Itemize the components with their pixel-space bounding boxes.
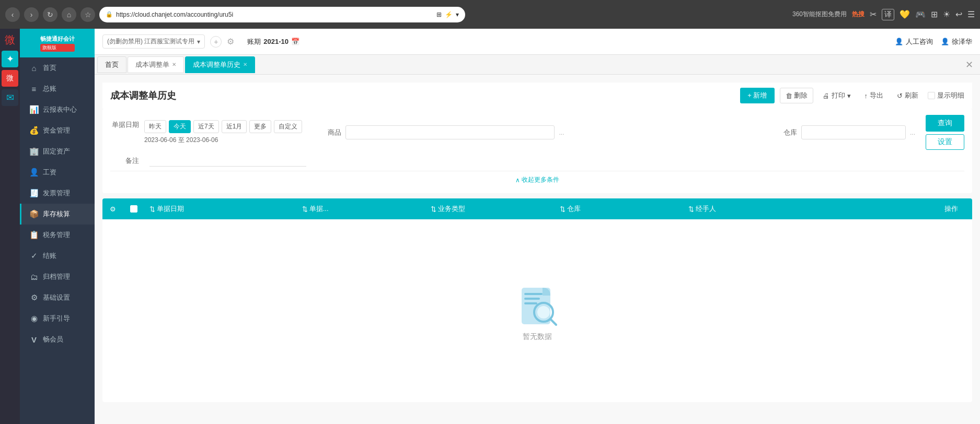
tab-home[interactable]: 首页 xyxy=(97,56,126,73)
dropdown-icon: ▾ xyxy=(456,11,459,18)
th-warehouse[interactable]: ⇅ 仓库 xyxy=(555,204,683,214)
remark-input[interactable] xyxy=(149,155,306,167)
period-value: 2021-10 xyxy=(263,38,289,45)
settle-icon: ✓ xyxy=(29,251,39,261)
add-tab-button[interactable]: + xyxy=(210,36,222,48)
home-icon: ⌂ xyxy=(29,64,39,73)
sidebar-item-payroll[interactable]: 👤 工资 xyxy=(20,162,95,183)
th-settings[interactable]: ⚙ xyxy=(102,205,123,213)
sidebar-item-vip[interactable]: V 畅会员 xyxy=(20,329,95,350)
print-icon: 🖨 xyxy=(823,92,829,100)
more-date-btn[interactable]: 更多 xyxy=(249,120,271,133)
user-profile[interactable]: 👤 徐泽华 xyxy=(941,37,972,46)
sidebar-item-tax[interactable]: 📋 税务管理 xyxy=(20,225,95,245)
query-button[interactable]: 查询 xyxy=(926,115,964,132)
icon-sidebar-weibo[interactable]: 微 xyxy=(2,31,18,48)
back-button[interactable]: ‹ xyxy=(5,7,20,22)
search-label: 360智能抠图免费用 xyxy=(792,10,847,19)
setting-button[interactable]: 设置 xyxy=(926,134,964,150)
sidebar-item-inventory[interactable]: 📦 库存核算 xyxy=(20,204,95,225)
yesterday-btn[interactable]: 昨天 xyxy=(144,120,166,133)
app-main: (勿删勿禁用) 江西服宝测试专用 ▾ + ⚙ 账期 2021-10 📅 👤 人工… xyxy=(95,29,980,424)
collapse-filter-button[interactable]: ∧ 收起更多条件 xyxy=(515,175,559,184)
sidebar-item-invoice[interactable]: 🧾 发票管理 xyxy=(20,183,95,204)
sun-icon[interactable]: ☀ xyxy=(943,9,950,19)
sidebar-item-settings[interactable]: ⚙ 基础设置 xyxy=(20,287,95,308)
home-button[interactable]: ⌂ xyxy=(62,7,76,22)
product-filter-group: 商品 ... xyxy=(313,125,758,139)
warehouse-label: 仓库 xyxy=(768,128,797,137)
translate-icon[interactable]: 译 xyxy=(882,9,894,20)
th-type[interactable]: ⇅ 业务类型 xyxy=(425,204,554,214)
forward-button[interactable]: › xyxy=(24,7,39,22)
th-checkbox[interactable] xyxy=(123,205,144,213)
th-num-sort-icon: ⇅ xyxy=(302,205,308,213)
close-all-tabs-button[interactable]: ✕ xyxy=(961,59,977,70)
new-button[interactable]: + 新增 xyxy=(740,88,774,103)
sidebar-label-home: 首页 xyxy=(43,63,56,73)
th-number[interactable]: ⇅ 单据... xyxy=(297,204,425,214)
sidebar-logo: 畅捷通好会计 旗舰版 xyxy=(20,29,95,57)
month1-btn[interactable]: 近1月 xyxy=(222,120,247,133)
sidebar-label-payroll: 工资 xyxy=(43,168,56,177)
sidebar-label-archive: 归档管理 xyxy=(43,272,70,281)
company-selector[interactable]: (勿删勿禁用) 江西服宝测试专用 ▾ xyxy=(102,34,205,49)
tab-cost-history-close[interactable]: ✕ xyxy=(243,62,247,67)
tab-cost-history[interactable]: 成本调整单历史 ✕ xyxy=(185,56,255,73)
calendar-icon[interactable]: 📅 xyxy=(291,38,299,45)
wallet-icon[interactable]: 💛 xyxy=(900,9,910,19)
page-actions: + 新增 🗑 删除 🖨 打印 ▾ ↑ 导出 ↺ xyxy=(740,88,964,103)
guide-icon: ◉ xyxy=(29,314,39,323)
tab-cost-adjust[interactable]: 成本调整单 ✕ xyxy=(128,56,184,73)
table-body: 暂无数据 xyxy=(102,219,972,402)
consult-btn[interactable]: 👤 人工咨询 xyxy=(895,37,933,46)
delete-button[interactable]: 🗑 删除 xyxy=(780,88,813,103)
today-btn[interactable]: 今天 xyxy=(169,120,191,133)
warehouse-more-btn[interactable]: ... xyxy=(910,129,915,136)
tax-icon: 📋 xyxy=(29,230,39,240)
sidebar-label-guide: 新手引导 xyxy=(43,314,70,323)
product-input[interactable] xyxy=(345,125,555,139)
sidebar-item-fund[interactable]: 💰 资金管理 xyxy=(20,120,95,141)
sidebar-item-settle[interactable]: ✓ 结账 xyxy=(20,245,95,266)
undo-icon[interactable]: ↩ xyxy=(955,9,962,19)
sidebar-item-ledger[interactable]: ≡ 总账 xyxy=(20,78,95,99)
sidebar-label-settings: 基础设置 xyxy=(43,293,70,302)
print-button[interactable]: 🖨 打印 ▾ xyxy=(818,88,855,103)
export-icon: ↑ xyxy=(864,92,868,100)
address-bar[interactable]: 🔒 https://cloud.chanjet.com/accounting/u… xyxy=(99,7,465,22)
show-detail-checkbox[interactable]: 显示明细 xyxy=(928,91,964,100)
settings-gear-icon[interactable]: ⚙ xyxy=(227,37,234,46)
refresh-icon: ↺ xyxy=(897,92,903,100)
menu-icon[interactable]: ☰ xyxy=(967,9,975,19)
sidebar-item-archive[interactable]: 🗂 归档管理 xyxy=(20,266,95,287)
grid2-icon[interactable]: ⊞ xyxy=(931,9,938,19)
sidebar-item-home[interactable]: ⌂ 首页 xyxy=(20,57,95,78)
th-action: 操作 xyxy=(930,204,972,214)
sidebar-item-guide[interactable]: ◉ 新手引导 xyxy=(20,308,95,329)
th-number-label: 单据... xyxy=(309,204,329,214)
export-button[interactable]: ↑ 导出 xyxy=(860,88,888,103)
tab-cost-adjust-close[interactable]: ✕ xyxy=(172,62,176,67)
refresh-button[interactable]: ↻ xyxy=(43,7,57,22)
scissors-icon[interactable]: ✂ xyxy=(870,9,877,19)
sidebar-item-report[interactable]: 📊 云报表中心 xyxy=(20,99,95,120)
sidebar-item-fixed-asset[interactable]: 🏢 固定资产 xyxy=(20,141,95,162)
print-dropdown-icon: ▾ xyxy=(847,92,851,100)
warehouse-input[interactable] xyxy=(801,125,906,139)
game-icon[interactable]: 🎮 xyxy=(915,9,926,19)
th-date[interactable]: ⇅ 单据日期 xyxy=(144,204,297,214)
th-operator[interactable]: ⇅ 经手人 xyxy=(683,204,812,214)
date-label: 单据日期 xyxy=(110,120,139,129)
icon-sidebar-orange[interactable]: ✉ xyxy=(2,89,18,106)
refresh-button[interactable]: ↺ 刷新 xyxy=(893,88,923,103)
select-all-checkbox[interactable] xyxy=(130,205,137,213)
icon-sidebar-red[interactable]: 微 xyxy=(2,70,18,87)
tabs-bar: 首页 成本调整单 ✕ 成本调整单历史 ✕ ✕ xyxy=(95,55,980,75)
product-more-btn[interactable]: ... xyxy=(559,129,564,136)
week7-btn[interactable]: 近7天 xyxy=(193,120,219,133)
icon-sidebar-main[interactable]: ✦ xyxy=(2,51,18,67)
export-label: 导出 xyxy=(870,91,883,100)
star-button[interactable]: ☆ xyxy=(80,7,95,22)
custom-date-btn[interactable]: 自定义 xyxy=(274,120,302,133)
